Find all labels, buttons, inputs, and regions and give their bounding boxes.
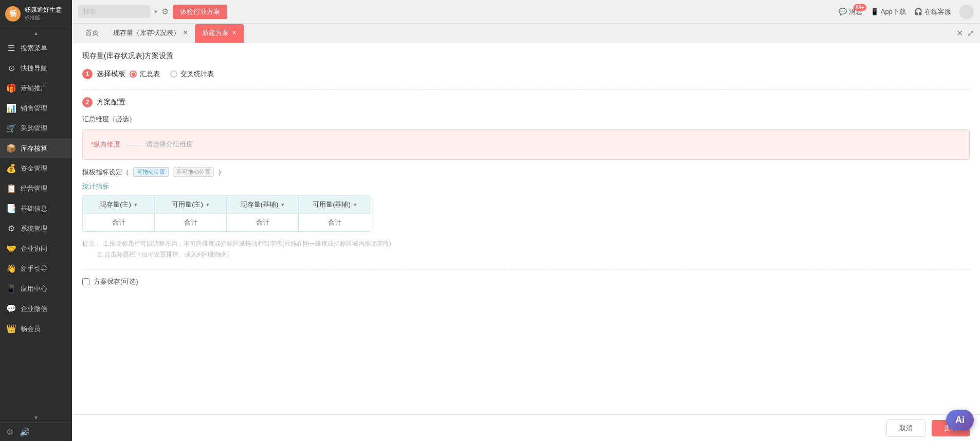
stats-col-1-data: 合计 — [155, 214, 227, 231]
user-avatar[interactable] — [959, 5, 974, 19]
tip-1: 提示： 1.拖动标题栏可以调整布局，不可跨维度或指标区域拖动栏目字段(只能在同一… — [82, 240, 970, 248]
support-btn[interactable]: 🎧 在线客服 — [914, 7, 951, 16]
section-template: 1 选择模板 汇总表 交叉统计表 — [82, 69, 970, 79]
sidebar-item-search-menu[interactable]: ☰ 搜索菜单 — [0, 38, 72, 58]
experience-btn[interactable]: 体验行业方案 — [173, 5, 227, 19]
sidebar-item-basic-info[interactable]: 📑 基础信息 — [0, 198, 72, 218]
save-option: 方案保存(可选) — [82, 277, 970, 286]
save-checkbox[interactable] — [82, 278, 89, 285]
topbar-right: 💬 消息 99+ 📱 App下载 🎧 在线客服 — [839, 5, 974, 19]
aggregate-label: 汇总维度（必选） — [82, 115, 970, 124]
sidebar-item-vip[interactable]: 👑 畅会员 — [0, 319, 72, 339]
sidebar-item-label: 企业协同 — [21, 244, 47, 253]
bottom-bar: 取消 查询 — [72, 414, 980, 441]
non-draggable-badge: 不可拖动位置 — [173, 167, 214, 177]
enterprise-wechat-icon: 💬 — [6, 304, 16, 314]
topbar-gear-icon[interactable]: ⚙ — [161, 7, 169, 16]
tab-close-all-btn[interactable]: ✕ — [956, 28, 963, 38]
content-area: 现存量(库存状况表)方案设置 1 选择模板 汇总表 交叉统计表 — [72, 43, 980, 414]
ai-bubble[interactable]: Ai — [946, 410, 974, 431]
radio-cross[interactable]: 交叉统计表 — [170, 69, 214, 79]
topbar: 搜索 ▾ ⚙ 体验行业方案 💬 消息 99+ 📱 App下载 🎧 在线客服 — [72, 0, 980, 24]
sidebar-item-purchase[interactable]: 🛒 采购管理 — [0, 118, 72, 138]
logo-text: 畅康通好生意 — [25, 6, 62, 14]
sidebar-item-label: 畅会员 — [21, 324, 41, 334]
section1-header: 1 选择模板 汇总表 交叉统计表 — [82, 69, 970, 79]
section2-title: 方案配置 — [97, 98, 125, 107]
stats-section-title: 统计指标 — [82, 182, 970, 191]
stats-header-row: 现存量(主) ▾ 可用量(主) ▾ 现存量(基辅) ▾ 可用量(基辅) — [83, 196, 371, 213]
sidebar-item-app-center[interactable]: 📱 应用中心 — [0, 279, 72, 299]
dimension-required-label: *纵向维度 — [91, 140, 120, 149]
topbar-search[interactable]: 搜索 — [78, 5, 150, 18]
app-icon: 📱 — [870, 8, 879, 15]
sidebar-item-enterprise-wechat[interactable]: 💬 企业微信 — [0, 299, 72, 319]
message-icon: 💬 — [839, 8, 847, 15]
ai-label: Ai — [955, 415, 965, 426]
message-btn[interactable]: 💬 消息 99+ — [839, 7, 862, 16]
logo-icon: 畅 — [5, 6, 21, 22]
stats-col-0-label: 现存量(主) — [100, 200, 131, 209]
section2-num: 2 — [82, 97, 93, 107]
tab-new-scheme-close-icon[interactable]: ✕ — [232, 29, 237, 36]
stats-col-0-dropdown-icon[interactable]: ▾ — [134, 201, 137, 208]
stats-col-3-data: 合计 — [299, 214, 371, 231]
search-menu-icon: ☰ — [6, 43, 16, 53]
sidebar-scroll-down[interactable]: ▼ — [0, 413, 72, 422]
stats-col-0-data: 合计 — [83, 214, 155, 231]
stats-col-2-dropdown-icon[interactable]: ▾ — [281, 201, 284, 208]
tab-expand-btn[interactable]: ⤢ — [967, 28, 974, 38]
tab-inventory-status[interactable]: 现存量（库存状况表） ✕ — [106, 24, 195, 43]
stats-col-2-label: 现存量(基辅) — [241, 200, 279, 209]
vip-icon: 👑 — [6, 324, 16, 334]
section-config: 2 方案配置 汇总维度（必选） *纵向维度 —— 请选择分组维度 模板指标设定（… — [82, 97, 970, 259]
stats-col-1-header[interactable]: 可用量(主) ▾ — [155, 196, 227, 213]
logo-badge: 标准版 — [25, 14, 62, 22]
sidebar-item-sales[interactable]: 📊 销售管理 — [0, 98, 72, 118]
speaker-icon[interactable]: 🔊 — [20, 427, 30, 437]
shortcut-icon: ⊙ — [6, 63, 16, 73]
tab-inventory-close-icon[interactable]: ✕ — [183, 29, 188, 36]
app-download-btn[interactable]: 📱 App下载 — [870, 7, 906, 16]
support-label: 在线客服 — [924, 7, 951, 16]
sidebar-nav: ☰ 搜索菜单 ⊙ 快捷导航 🎁 营销推广 📊 销售管理 🛒 采购管理 📦 库存核… — [0, 38, 72, 413]
page-title: 现存量(库存状况表)方案设置 — [82, 51, 970, 61]
stats-col-1-dropdown-icon[interactable]: ▾ — [206, 201, 209, 208]
sidebar-item-operations[interactable]: 📋 经营管理 — [0, 178, 72, 198]
sidebar-scroll-up[interactable]: ▲ — [0, 28, 72, 38]
stats-col-3-dropdown-icon[interactable]: ▾ — [354, 201, 357, 208]
stats-col-1-label: 可用量(主) — [172, 200, 203, 209]
settings-icon[interactable]: ⚙ — [6, 427, 13, 437]
tab-new-scheme[interactable]: 新建方案 ✕ — [195, 24, 244, 43]
metrics-label-suffix: ） — [218, 168, 225, 177]
save-label: 方案保存(可选) — [94, 277, 138, 286]
operations-icon: 📋 — [6, 183, 16, 193]
stats-col-2-header[interactable]: 现存量(基辅) ▾ — [227, 196, 299, 213]
sidebar-item-shortcut[interactable]: ⊙ 快捷导航 — [0, 58, 72, 78]
radio-summary[interactable]: 汇总表 — [130, 69, 160, 79]
sidebar-item-system[interactable]: ⚙ 系统管理 — [0, 218, 72, 238]
sidebar-item-label: 经营管理 — [21, 184, 47, 193]
finance-icon: 💰 — [6, 163, 16, 173]
draggable-badge: 可拖动位置 — [133, 167, 169, 177]
tab-home[interactable]: 首页 — [78, 24, 106, 43]
sidebar-item-marketing[interactable]: 🎁 营销推广 — [0, 78, 72, 98]
tab-home-label: 首页 — [85, 28, 99, 38]
sidebar-item-finance[interactable]: 💰 资金管理 — [0, 158, 72, 178]
sidebar-item-label: 采购管理 — [21, 124, 47, 133]
dimension-placeholder[interactable]: 请选择分组维度 — [146, 140, 193, 149]
topbar-dropdown-icon[interactable]: ▾ — [154, 8, 157, 15]
sidebar-item-label: 基础信息 — [21, 204, 47, 213]
sales-icon: 📊 — [6, 103, 16, 113]
stats-col-3-header[interactable]: 可用量(基辅) ▾ — [299, 196, 371, 213]
cancel-button[interactable]: 取消 — [886, 419, 925, 437]
tip-2: 2. 点击标题栏下拉可设置排序、插入列和删除列 — [82, 250, 970, 259]
sidebar-item-inventory[interactable]: 📦 库存核算 — [0, 138, 72, 158]
marketing-icon: 🎁 — [6, 83, 16, 93]
sidebar-logo: 畅 畅康通好生意 标准版 — [0, 0, 72, 28]
sidebar-item-newbie[interactable]: 👋 新手引导 — [0, 259, 72, 279]
sidebar-item-label: 企业微信 — [21, 304, 47, 314]
sidebar-item-enterprise[interactable]: 🤝 企业协同 — [0, 238, 72, 259]
stats-col-0-header[interactable]: 现存量(主) ▾ — [83, 196, 155, 213]
newbie-icon: 👋 — [6, 264, 16, 273]
